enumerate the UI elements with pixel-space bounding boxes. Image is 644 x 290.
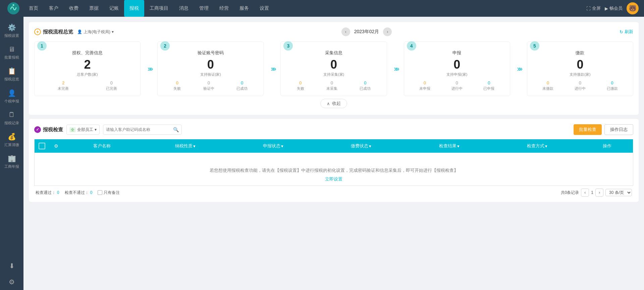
empty-row: 若您想使用报税检查功能，请先在【报税设置】中进行报税的初化设置，完成密码验证和信… — [35, 153, 633, 186]
stat-val[interactable]: 0 — [299, 80, 302, 85]
next-month-btn[interactable]: › — [383, 27, 392, 36]
filter-icon: ▾ — [545, 144, 547, 149]
check-result-header[interactable]: 检查结果 ▾ — [439, 143, 460, 149]
tax-settings-icon: ⚙️ — [7, 23, 16, 32]
staff-select[interactable]: 全 全部员工 ▾ — [66, 125, 100, 135]
stat-val[interactable]: 0 — [579, 80, 581, 85]
stat-label: 已完善 — [106, 86, 117, 91]
sidebar-item-annual-settle[interactable]: 💰 汇算清缴 — [0, 129, 23, 150]
sidebar-item-annual-report[interactable]: 🏢 工商年报 — [0, 150, 23, 172]
step-3-stats: 0 失败 0 未采集 0 已成功 — [286, 80, 381, 91]
step-5-count: 0 — [533, 59, 628, 71]
stat-label: 失败 — [173, 86, 181, 91]
stat-val[interactable]: 0 — [611, 80, 613, 85]
step-1-title: 授权、完善信息 — [40, 50, 135, 56]
batch-check-btn[interactable]: 批量检查 — [574, 124, 602, 135]
sidebar-item-batch-tax[interactable]: 🖥 批量报税 — [0, 41, 23, 63]
step-2-stat-2: 0 验证中 — [203, 80, 214, 91]
step-2-num: 2 — [160, 41, 170, 51]
note-checkbox[interactable] — [98, 190, 102, 195]
check-table-container: ⚙ 客户名称 纳税性质 ▾ 申 — [34, 139, 633, 186]
pay-status-header[interactable]: 缴费状态 ▾ — [351, 143, 371, 149]
sidebar-item-tax-record[interactable]: 🗒 报税记录 — [0, 107, 23, 129]
nav-operation[interactable]: 经营 — [214, 0, 234, 17]
operation-log-btn[interactable]: 操作日志 — [604, 124, 633, 135]
per-page-select[interactable]: 30 条/页 — [605, 189, 632, 196]
search-btn[interactable]: 🔍 — [170, 127, 181, 132]
stat-val[interactable]: 0 — [110, 80, 113, 85]
setup-link[interactable]: 立即设置 — [325, 176, 342, 182]
nav-tax[interactable]: 报税 — [124, 0, 144, 17]
collapse-label: 收起 — [332, 100, 341, 106]
collapse-btn[interactable]: ∧ 收起 — [320, 99, 347, 108]
refresh-icon: ↻ — [620, 29, 623, 34]
stat-val[interactable]: 0 — [488, 80, 490, 85]
nav-business[interactable]: 工商项目 — [144, 0, 174, 17]
stat-val[interactable]: 0 — [331, 80, 333, 85]
nav-service[interactable]: 服务 — [234, 0, 254, 17]
sidebar-label-batch-tax: 批量报税 — [4, 55, 19, 60]
member-btn[interactable]: ▶ 畅会员 — [605, 5, 623, 11]
stat-val[interactable]: 0 — [241, 80, 243, 85]
step-4-stat-2: 0 进行中 — [451, 80, 463, 91]
nav-message[interactable]: 消息 — [174, 0, 194, 17]
stat-val[interactable]: 0 — [456, 80, 458, 85]
step-1-count: 2 — [40, 59, 135, 71]
check-icon: ✓ — [34, 126, 41, 133]
nav-accounting[interactable]: 记账 — [104, 0, 124, 17]
stat-val[interactable]: 0 — [208, 80, 210, 85]
nav-home[interactable]: 首页 — [23, 0, 44, 17]
sidebar-item-tax-overview[interactable]: 📋 报税总览 — [0, 63, 23, 85]
tax-check-header: ✓ 报税检查 全 全部员工 ▾ 🔍 批量检查 操作日志 — [34, 124, 633, 135]
stat-val[interactable]: 0 — [176, 80, 178, 85]
table-header-row: ⚙ 客户名称 纳税性质 ▾ 申 — [35, 139, 633, 153]
tax-nature-header[interactable]: 纳税性质 ▾ — [175, 143, 196, 149]
nav-customer[interactable]: 客户 — [44, 0, 64, 17]
flow-step-1: 1 授权、完善信息 2 总客户数(家) 2 未完善 0 已完善 — [34, 42, 141, 96]
nav-fee[interactable]: 收费 — [64, 0, 84, 17]
stat-val[interactable]: 0 — [547, 80, 549, 85]
stat-val[interactable]: 0 — [424, 80, 426, 85]
first-page-btn[interactable]: ‹ — [581, 189, 589, 197]
check-method-header[interactable]: 检查方式 ▾ — [527, 143, 547, 149]
th-declare-status: 申报状态 ▾ — [229, 139, 317, 153]
step-5-stat-2: 0 进行中 — [575, 80, 586, 91]
step-2-stats: 0 失败 0 验证中 0 已成功 — [163, 80, 258, 91]
step-5-stat-1: 0 未缴款 — [542, 80, 553, 91]
pass-count[interactable]: 0 — [57, 190, 59, 195]
location-tag[interactable]: 👤 上海(电子税局) ▾ — [77, 29, 114, 35]
refresh-btn[interactable]: ↻ 刷新 — [620, 29, 633, 35]
nav-manage[interactable]: 管理 — [194, 0, 214, 17]
declare-status-header[interactable]: 申报状态 ▾ — [263, 143, 283, 149]
prev-month-btn[interactable]: ‹ — [341, 27, 350, 36]
step-3-count: 0 — [286, 59, 381, 71]
collapse-icon: ∧ — [327, 101, 330, 106]
sidebar-item-download[interactable]: ⬇ — [0, 258, 23, 274]
download-icon: ⬇ — [7, 261, 16, 271]
sidebar-item-personal-tax[interactable]: 👤 个税申报 — [0, 85, 23, 107]
stat-label: 未完善 — [58, 86, 69, 91]
sidebar-item-setting2[interactable]: ⚙ — [0, 274, 23, 290]
stat-label: 验证中 — [203, 86, 214, 91]
nav-settings[interactable]: 设置 — [254, 0, 274, 17]
gear-icon[interactable]: ⚙ — [54, 143, 58, 149]
flow-step-3: 3 采集信息 0 支持采集(家) 0 失败 0 未采集 0 已成功 — [280, 42, 387, 96]
search-input[interactable] — [103, 127, 170, 132]
next-page-btn[interactable]: › — [595, 189, 603, 197]
fullscreen-btn[interactable]: ⛶ 全屏 — [586, 5, 601, 11]
side-navigation: ⚙️ 报税设置 🖥 批量报税 📋 报税总览 👤 个税申报 🗒 报税记录 💰 汇算… — [0, 17, 23, 290]
flow-title-text: 报税流程总览 — [43, 29, 73, 35]
annual-settle-icon: 💰 — [7, 132, 16, 141]
gear-col: ⚙ — [49, 139, 63, 153]
sidebar-item-tax-settings[interactable]: ⚙️ 报税设置 — [0, 19, 23, 41]
stat-val[interactable]: 0 — [364, 80, 366, 85]
step-2-title: 验证账号密码 — [163, 50, 258, 56]
step-3-stat-2: 0 未采集 — [326, 80, 337, 91]
month-navigation: ‹ 2023年02月 › — [341, 27, 392, 36]
fail-count[interactable]: 0 — [90, 190, 93, 195]
nav-invoice[interactable]: 票据 — [84, 0, 104, 17]
select-all-checkbox[interactable] — [39, 143, 45, 149]
stat-val[interactable]: 2 — [62, 80, 64, 85]
step-1-stat-2: 0 已完善 — [106, 80, 117, 91]
note-label: 只有备注 — [104, 190, 120, 196]
